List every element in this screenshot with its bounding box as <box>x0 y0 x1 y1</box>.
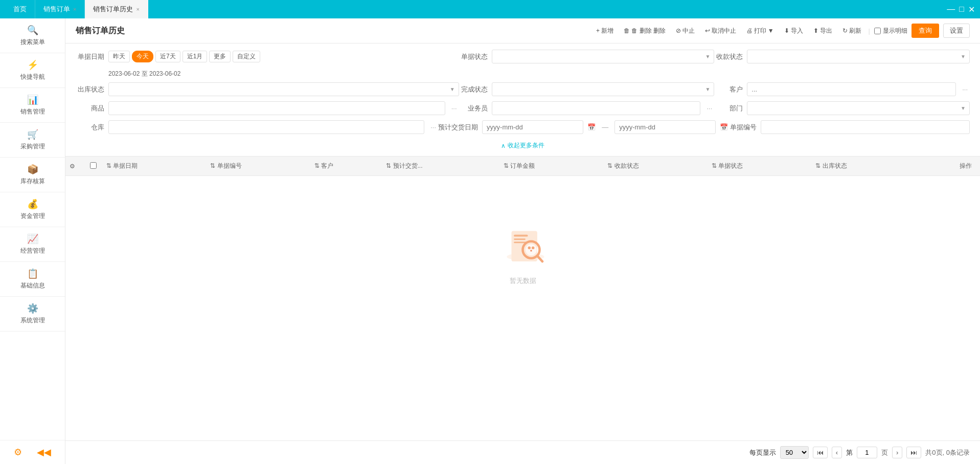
date-calendar-icon-2[interactable]: 📅 <box>720 123 728 131</box>
date-btn-1month[interactable]: 近1月 <box>183 51 208 62</box>
sidebar-item-basic-info[interactable]: 📋 基础信息 <box>0 262 65 297</box>
print-arrow: ▼ <box>768 27 774 34</box>
sidebar-item-sales[interactable]: 📊 销售管理 <box>0 88 65 123</box>
svg-rect-3 <box>514 238 526 240</box>
page-title: 销售订单历史 <box>76 26 125 36</box>
delivery-date-from[interactable] <box>482 120 583 134</box>
th-amount-sort-icon[interactable]: ⇅ <box>504 162 509 169</box>
tab-sales-history[interactable]: 销售订单历史 × <box>85 0 148 18</box>
page-label-suffix: 页 <box>881 448 888 457</box>
total-info: 共0页, 0条记录 <box>925 448 970 457</box>
delivery-date-to[interactable] <box>614 120 716 134</box>
bill-status-select[interactable] <box>492 50 715 63</box>
first-page-button[interactable]: ⏮ <box>813 447 828 458</box>
th-date-sort-icon[interactable]: ⇅ <box>106 162 111 169</box>
th-receipt-sort-icon[interactable]: ⇅ <box>607 162 612 169</box>
settings-icon[interactable]: ⚙ <box>70 163 75 170</box>
refresh-button[interactable]: ↻ 刷新 <box>839 25 864 37</box>
collapse-row[interactable]: ∧ 收起更多条件 <box>76 139 970 150</box>
sidebar-item-operations-label: 经营管理 <box>20 247 45 255</box>
settings-button[interactable]: 设置 <box>943 24 970 38</box>
window-controls: — □ ✕ <box>947 5 975 14</box>
tab-sales-order-close[interactable]: × <box>73 6 76 12</box>
last-page-button[interactable]: ⏭ <box>906 447 921 458</box>
bill-status-select-wrap: ▼ <box>492 50 715 63</box>
quick-nav-icon: ⚡ <box>27 59 38 71</box>
sidebar-item-quick-nav[interactable]: ⚡ 快捷导航 <box>0 53 65 88</box>
pagination: 每页显示 50 10 20 100 ⏮ ‹ 第 页 › ⏭ 共0页, 0条记录 <box>65 440 980 464</box>
page-number-input[interactable] <box>857 447 877 458</box>
select-all-checkbox[interactable] <box>90 162 97 169</box>
warehouse-ellipsis[interactable]: ··· <box>428 123 438 131</box>
bill-no-input[interactable] <box>761 120 970 134</box>
sidebar-item-system[interactable]: ⚙️ 系统管理 <box>0 297 65 332</box>
sidebar-item-finance-label: 资金管理 <box>20 212 45 220</box>
th-customer: ⇅ 客户 <box>310 157 382 176</box>
th-bill-no-sort-icon[interactable]: ⇅ <box>210 162 215 169</box>
complete-status-select[interactable] <box>492 82 715 96</box>
new-button[interactable]: + 新增 <box>593 25 617 37</box>
tab-home-label: 首页 <box>13 5 27 14</box>
tab-home[interactable]: 首页 <box>5 0 35 18</box>
filter-delivery-date: 预计交货日期 📅 — 📅 <box>438 120 728 134</box>
goods-ellipsis[interactable]: ··· <box>449 104 459 112</box>
th-bill-sort-icon[interactable]: ⇅ <box>712 162 717 169</box>
receipt-status-select[interactable] <box>747 50 970 63</box>
query-button[interactable]: 查询 <box>911 24 939 38</box>
minimize-button[interactable]: — <box>947 5 955 14</box>
sales-rep-ellipsis[interactable]: ··· <box>704 104 714 112</box>
content-area: 销售订单历史 + 新增 🗑 🗑 删除 删除 ⊘ 中止 ↩ 取消中止 🖨 <box>65 18 980 464</box>
date-calendar-icon-1[interactable]: 📅 <box>587 123 596 131</box>
date-btn-yesterday[interactable]: 昨天 <box>108 51 130 62</box>
tab-sales-history-close[interactable]: × <box>136 6 139 12</box>
customer-input[interactable] <box>747 82 956 96</box>
show-detail-checkbox[interactable] <box>874 28 881 34</box>
goods-input[interactable] <box>108 101 445 115</box>
date-btn-7days[interactable]: 近7天 <box>155 51 180 62</box>
filter-bill-status: 单据状态 ▼ <box>459 50 715 63</box>
dept-select[interactable] <box>747 101 970 115</box>
data-table: ⚙ ⇅ 单据日期 ⇅ 单据编号 <box>65 157 980 176</box>
import-button[interactable]: ⬇ 导入 <box>781 25 806 37</box>
warehouse-input[interactable] <box>108 120 424 134</box>
stop-button[interactable]: ⊘ 中止 <box>673 25 698 37</box>
date-btn-today[interactable]: 今天 <box>132 51 153 62</box>
settings-bottom-icon[interactable]: ⚙ <box>14 447 22 458</box>
basic-info-icon: 📋 <box>27 268 38 279</box>
out-status-select[interactable] <box>108 82 459 96</box>
th-amount: ⇅ 订单金额 <box>499 157 603 176</box>
empty-state: 暂无数据 <box>65 176 980 326</box>
customer-ellipsis[interactable]: ··· <box>960 85 970 93</box>
th-delivery-sort-icon[interactable]: ⇅ <box>386 162 391 169</box>
th-out-sort-icon[interactable]: ⇅ <box>815 162 821 169</box>
sidebar-item-finance[interactable]: 💰 资金管理 <box>0 192 65 227</box>
tab-sales-order[interactable]: 销售订单 × <box>35 0 85 18</box>
th-settings[interactable]: ⚙ <box>65 157 86 176</box>
th-customer-sort-icon[interactable]: ⇅ <box>314 162 320 169</box>
th-check[interactable] <box>86 157 102 176</box>
export-button[interactable]: ⬆ 导出 <box>810 25 835 37</box>
speaker-icon[interactable]: ◀◀ <box>37 447 51 458</box>
sidebar-item-purchase[interactable]: 🛒 采购管理 <box>0 123 65 158</box>
close-button[interactable]: ✕ <box>968 5 975 14</box>
sales-rep-input[interactable] <box>492 101 701 115</box>
export-icon: ⬆ <box>813 27 818 34</box>
sidebar-item-inventory[interactable]: 📦 库存核算 <box>0 158 65 192</box>
cancel-stop-button[interactable]: ↩ 取消中止 <box>702 25 739 37</box>
complete-status-select-wrap: ▼ <box>492 82 715 96</box>
sidebar-item-search[interactable]: 🔍 搜索菜单 <box>0 18 65 53</box>
per-page-select[interactable]: 50 10 20 100 <box>780 446 809 459</box>
customer-label: 客户 <box>714 85 743 94</box>
sidebar-item-operations[interactable]: 📈 经营管理 <box>0 227 65 262</box>
print-button[interactable]: 🖨 打印 ▼ <box>743 25 777 37</box>
maximize-button[interactable]: □ <box>959 5 964 14</box>
cancel-stop-label: 取消中止 <box>712 27 736 35</box>
date-tag-group: 昨天 今天 近7天 近1月 更多 自定义 <box>108 51 260 62</box>
prev-page-button[interactable]: ‹ <box>832 447 842 458</box>
date-btn-more[interactable]: 更多 <box>209 51 231 62</box>
delete-button[interactable]: 🗑 🗑 删除 删除 <box>621 25 668 37</box>
date-btn-custom[interactable]: 自定义 <box>233 51 260 62</box>
filter-dept: 部门 ▼ <box>714 101 970 115</box>
show-detail-checkbox-group[interactable]: 显示明细 <box>874 27 907 35</box>
next-page-button[interactable]: › <box>892 447 902 458</box>
